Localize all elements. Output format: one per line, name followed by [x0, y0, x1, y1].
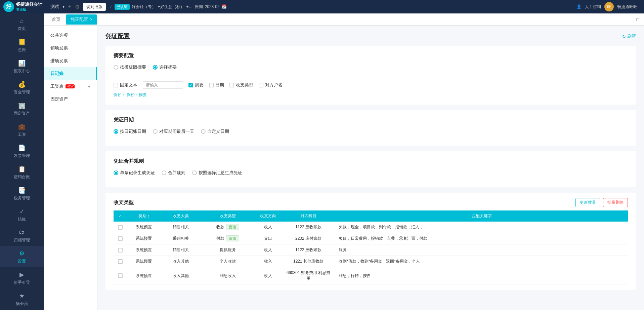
config-menu-payroll[interactable]: 工资表 NEW ▾	[44, 80, 97, 93]
sidebar-item-home[interactable]: ⌂ 首页	[0, 13, 44, 34]
checkbox-summary[interactable]: ✓ 摘要	[188, 82, 204, 88]
radio-select-circle	[153, 65, 158, 70]
checkbox-type[interactable]: 收支类型	[229, 82, 253, 88]
tab-home[interactable]: 首页	[47, 14, 65, 25]
radio-custom-date[interactable]: 自定义日期	[201, 128, 229, 134]
row2-keyword: 项目，日常费用，报销款，车费，承兑汇票，付款	[335, 233, 628, 244]
row5-keyword: 利息，行转，按自	[335, 267, 628, 284]
config-menu-fixed-assets[interactable]: 固定资产	[44, 93, 97, 106]
tab-voucher-config[interactable]: 凭证配置 ×	[66, 14, 97, 25]
checkbox-counterpart[interactable]: 对方户名	[259, 82, 283, 88]
avatar[interactable]: 旺	[604, 2, 614, 11]
sort-icon[interactable]: ↕	[147, 214, 149, 219]
sidebar-item-reports[interactable]: 📊 报表中心	[0, 55, 44, 77]
row5-checkbox[interactable]	[118, 273, 123, 278]
config-menu-purchase-invoice[interactable]: 进项发票	[44, 54, 97, 67]
radio-single-label: 单条记录生成凭证	[120, 170, 155, 176]
radio-journal-date[interactable]: 按日记账日期	[114, 128, 146, 134]
row5-check[interactable]	[114, 267, 127, 284]
refresh-btn[interactable]: ↻ 刷新	[622, 33, 636, 39]
radio-merge[interactable]: 合并规则	[162, 170, 185, 176]
table-body: 系统预置 销售相关 收款 置顶 收入 1122 应收账款 欠款，现金，项目款，到…	[114, 222, 628, 284]
sidebar-label-reports: 报表中心	[14, 68, 30, 74]
fixed-text-input[interactable]	[143, 81, 183, 89]
select-all-checkbox[interactable]: ✓	[118, 214, 123, 219]
row4-account: 1221 其他应收款	[282, 256, 335, 267]
update-btn[interactable]: 更新数量	[575, 198, 600, 207]
table-row: 系统预置 收入其他 利息收入 收入 660301 财务费用 利息费用 利息，行转…	[114, 267, 628, 284]
voucher-date-radio-group: 按日记账日期 对应期间最后一天 自定义日期	[114, 128, 628, 134]
archive-icon: 🗂	[19, 229, 25, 236]
row4-category: 系统预置	[127, 256, 161, 267]
row1-tag-reset[interactable]: 置顶	[226, 224, 239, 230]
sidebar: ⌂ 首页 📒 总账 📊 报表中心 💰 资金管理 🏢 固定资产 💼 工资 📄 发票…	[0, 13, 44, 310]
radio-template-label: 按模板版摘要	[120, 64, 146, 70]
maximize-btn[interactable]: □	[635, 16, 641, 23]
help-text[interactable]: 人工咨询	[585, 4, 601, 10]
row2-check[interactable]	[114, 233, 127, 244]
config-menu: 公共选项 销项发票 进项发票 日记账 工资表 NEW ▾ 固定资产	[44, 26, 97, 310]
config-menu-public[interactable]: 公共选项	[44, 29, 97, 42]
calendar-icon[interactable]: 📅	[222, 4, 227, 9]
radio-select-summary-label: 按照选择汇总生成凭证	[199, 170, 242, 176]
batch-delete-btn[interactable]: 批量删除	[603, 198, 628, 207]
expand-icon[interactable]: ▾	[88, 84, 90, 89]
user-name: 畅捷通旺旺...	[617, 4, 641, 10]
radio-period-last[interactable]: 对应期间最后一天	[153, 128, 194, 134]
sidebar-item-settlement[interactable]: ✓ 结账	[0, 204, 44, 225]
row1-checkbox[interactable]	[118, 225, 123, 230]
company-name: 测试	[50, 4, 59, 10]
radio-merge-label: 合并规则	[168, 170, 185, 176]
row4-big-type: 收入其他	[161, 256, 201, 267]
row4-check[interactable]	[114, 256, 127, 267]
radio-template[interactable]: 按模板版摘要	[114, 64, 146, 70]
row1-check[interactable]	[114, 222, 127, 233]
th-check[interactable]: ✓	[114, 210, 127, 222]
row3-type: 提供服务	[201, 244, 255, 256]
row5-direction: 收入	[255, 267, 282, 284]
checkbox-fixed-text[interactable]: 固定文本	[114, 82, 137, 88]
sidebar-item-member[interactable]: ★ 畅会员	[0, 288, 44, 309]
config-menu-public-label: 公共选项	[50, 32, 68, 38]
sidebar-item-archive[interactable]: 🗂 归档管理	[0, 225, 44, 246]
income-expense-title: 收支类型	[114, 199, 134, 206]
radio-select[interactable]: 选择摘要	[153, 64, 177, 70]
checkbox-date[interactable]: 日期	[209, 82, 224, 88]
radio-select-summary[interactable]: 按照选择汇总生成凭证	[192, 170, 242, 176]
row3-checkbox[interactable]	[118, 248, 123, 253]
radio-single[interactable]: 单条记录生成凭证	[114, 170, 155, 176]
sidebar-item-assets[interactable]: 🏢 固定资产	[0, 98, 44, 119]
table-header-row: 收支类型 更新数量 批量删除	[114, 198, 628, 207]
sidebar-item-tax[interactable]: 📑 税务管理	[0, 183, 44, 204]
sidebar-item-salary[interactable]: 💼 工资	[0, 119, 44, 140]
sidebar-item-invoice-mgmt[interactable]: 📄 发票管理	[0, 140, 44, 161]
minimize-btn[interactable]: —	[626, 16, 633, 23]
checkbox-fixed-text-label: 固定文本	[120, 82, 137, 88]
config-menu-sales-invoice[interactable]: 销项发票	[44, 42, 97, 54]
tag3: +…	[186, 4, 193, 9]
row2-tag-reset[interactable]: 置顶	[226, 235, 239, 241]
sidebar-item-sales[interactable]: 📋 进销台账	[0, 161, 44, 183]
sidebar-item-guide[interactable]: ▶ 新手引导	[0, 267, 44, 288]
config-menu-journal[interactable]: 日记账	[44, 67, 97, 80]
company-dropdown[interactable]: ▾	[62, 4, 65, 9]
help-icon: 👤	[576, 4, 582, 9]
switch-btn[interactable]: 切到旧版	[83, 3, 106, 11]
row3-check[interactable]	[114, 244, 127, 256]
row4-checkbox[interactable]	[118, 259, 123, 264]
tab-close-icon[interactable]: ×	[90, 17, 92, 22]
data-table: ✓ 类别 ↕ 收支大类 收支类型 收支方向	[114, 210, 628, 284]
row2-checkbox[interactable]	[118, 236, 123, 241]
sidebar-item-ledger[interactable]: 📒 总账	[0, 34, 44, 55]
row5-type-text: 利息收入	[220, 273, 236, 278]
sidebar-item-settings[interactable]: ⚙ 设置	[0, 246, 44, 267]
income-expense-section: 收支类型 更新数量 批量删除 ✓	[105, 193, 636, 290]
refresh-icon: ↻	[622, 34, 626, 39]
add-icon[interactable]: +	[68, 3, 72, 10]
summary-config-section: 摘要配置 按模板版摘要 选择摘要	[105, 46, 636, 105]
settings-icon[interactable]: ⚙	[75, 4, 80, 10]
table-header: ✓ 类别 ↕ 收支大类 收支类型 收支方向	[114, 210, 628, 222]
table-row: 系统预置 销售相关 收款 置顶 收入 1122 应收账款 欠款，现金，项目款，到…	[114, 222, 628, 233]
sidebar-item-funds[interactable]: 💰 资金管理	[0, 77, 44, 98]
table-row: 系统预置 收入其他 个人收款 收入 1221 其他应收款 收到*借款，收到*备用…	[114, 256, 628, 267]
